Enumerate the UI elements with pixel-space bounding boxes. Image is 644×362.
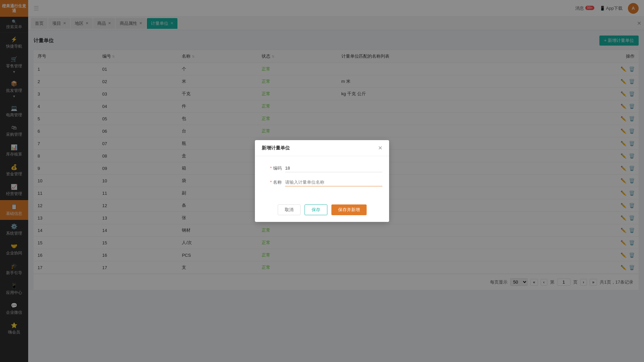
code-input[interactable] [285,164,382,172]
modal-footer: 取消 保存 保存并新增 [255,200,389,222]
modal-header: 新增计量单位 ✕ [255,140,389,156]
cancel-button[interactable]: 取消 [278,204,301,215]
form-label-code: 编码 [262,165,282,171]
unit-name-input[interactable] [285,178,382,186]
modal-body: 编码 名称 [255,156,389,200]
form-row-code: 编码 [262,164,382,172]
save-and-new-button[interactable]: 保存并新增 [331,204,367,215]
form-row-name: 名称 [262,178,382,186]
modal-title: 新增计量单位 [262,145,290,151]
form-label-name: 名称 [262,179,282,185]
save-button[interactable]: 保存 [305,204,327,215]
modal-close-button[interactable]: ✕ [378,145,382,151]
modal-overlay: 新增计量单位 ✕ 编码 名称 取消 保存 保存并新增 [0,0,644,362]
add-unit-modal: 新增计量单位 ✕ 编码 名称 取消 保存 保存并新增 [255,140,389,222]
